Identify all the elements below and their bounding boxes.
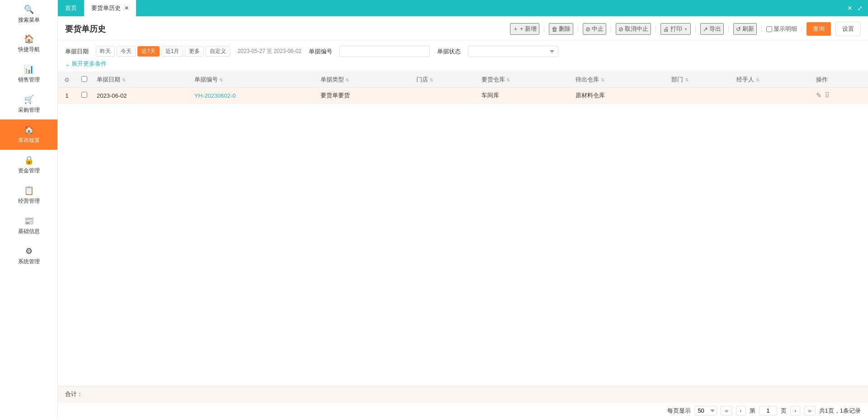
inventory-icon: 🏠 (24, 125, 34, 135)
row-pending-warehouse: 原材料仓库 (571, 88, 667, 104)
expand-more-btn[interactable]: ⌄ 展开更多条件 (65, 60, 861, 68)
sort-icon[interactable]: ⇅ (345, 77, 349, 82)
date-filter-buttons: 昨天 今天 近7天 近1月 更多 自定义 (96, 46, 230, 57)
new-icon: ＋ (513, 25, 519, 33)
finance-icon: 🔒 (24, 155, 34, 165)
sidebar-item-label: 系统管理 (18, 258, 40, 266)
date-range-display: 2023-05-27 至 2023-06-02 (237, 48, 301, 55)
system-icon: ⚙ (25, 246, 33, 256)
next-page-button[interactable]: › (790, 406, 800, 415)
prev-page-button[interactable]: ‹ (736, 406, 746, 415)
window-resize-icon[interactable]: ⤢ (857, 5, 863, 12)
th-department: 部门 ⇅ (667, 72, 732, 88)
row-store (412, 88, 477, 104)
th-settings: ⚙ (58, 72, 76, 88)
settings-button[interactable]: 设置 (835, 22, 861, 36)
row-select-checkbox[interactable] (81, 92, 87, 98)
sort-icon[interactable]: ⇅ (601, 77, 604, 82)
doc-no-input[interactable] (340, 46, 430, 57)
th-date: 单据日期 ⇅ (92, 72, 190, 88)
sidebar-item-sales[interactable]: 📊 销售管理 (0, 59, 57, 89)
sort-icon[interactable]: ⇅ (685, 77, 689, 82)
refresh-button[interactable]: ↺ 刷新 (733, 23, 757, 35)
th-handler: 经手人 ⇅ (732, 72, 811, 88)
tab-bar-right: ✕ ⤢ (847, 5, 868, 12)
window-close-icon[interactable]: ✕ (847, 5, 853, 12)
date-filter-label: 单据日期 (65, 48, 89, 56)
th-action: 操作 (811, 72, 868, 88)
sidebar-item-quick-nav[interactable]: 🏠 快捷导航 (0, 29, 57, 59)
gear-icon[interactable]: ⚙ (64, 76, 70, 83)
export-button[interactable]: ↗ 导出 (700, 23, 724, 35)
divider (695, 25, 696, 33)
date-btn-yesterday[interactable]: 昨天 (96, 46, 115, 57)
filter-row-1: 单据日期 昨天 今天 近7天 近1月 更多 自定义 2023-05-27 至 2… (65, 46, 861, 57)
th-doc-type: 单据类型 ⇅ (316, 72, 412, 88)
tab-close-icon[interactable]: ✕ (124, 5, 129, 11)
sort-icon[interactable]: ⇅ (122, 77, 126, 82)
last-page-button[interactable]: » (804, 406, 815, 415)
sidebar-item-label: 快捷导航 (18, 46, 40, 53)
date-btn-custom[interactable]: 自定义 (206, 46, 230, 57)
search-icon: 🔍 (24, 5, 34, 14)
basic-info-icon: 📰 (24, 216, 34, 226)
date-btn-7days[interactable]: 近7天 (137, 46, 160, 57)
stop-button[interactable]: ⊘ 中止 (583, 23, 606, 35)
new-button[interactable]: ＋ + 新增 (510, 23, 539, 35)
sidebar-item-basic-info[interactable]: 📰 基础信息 (0, 210, 57, 241)
select-all-checkbox[interactable] (81, 76, 87, 82)
th-checkbox (76, 72, 92, 88)
purchase-icon: 🛒 (24, 95, 34, 105)
show-detail-toggle[interactable]: 显示明细 (766, 25, 797, 33)
sidebar-item-purchase[interactable]: 🛒 采购管理 (0, 89, 57, 119)
first-page-button[interactable]: « (721, 406, 732, 415)
row-date: 2023-06-02 (92, 88, 190, 104)
divider (802, 25, 802, 33)
refresh-icon: ↺ (736, 26, 741, 33)
tab-history-label: 要货单历史 (91, 4, 121, 12)
page-size-select[interactable]: 10 20 50 100 (694, 406, 717, 415)
divider (761, 25, 762, 33)
sort-icon[interactable]: ⇅ (219, 77, 223, 82)
th-pending-warehouse: 待出仓库 ⇅ (571, 72, 667, 88)
show-detail-label: 显示明细 (774, 25, 797, 33)
more-icon[interactable]: ⠿ (825, 91, 830, 100)
sidebar-item-finance[interactable]: 🔒 资金管理 (0, 150, 57, 180)
sort-icon[interactable]: ⇅ (506, 77, 510, 82)
page-number-input[interactable] (759, 406, 777, 415)
tab-history[interactable]: 要货单历史 ✕ (84, 0, 136, 16)
action-icons: ✎ ⠿ (816, 91, 863, 100)
print-button[interactable]: 🖨 打印 ▼ (660, 23, 691, 35)
th-store: 门店 ⇅ (412, 72, 477, 88)
date-btn-today[interactable]: 今天 (117, 46, 136, 57)
data-table: ⚙ 单据日期 ⇅ 单据编号 ⇅ (58, 72, 868, 104)
doc-no-label: 单据编号 (309, 48, 332, 56)
sidebar-search[interactable]: 🔍 搜索菜单 (0, 0, 57, 29)
tab-bar: 首页 要货单历史 ✕ ✕ ⤢ (58, 0, 868, 16)
status-select[interactable] (468, 46, 558, 57)
status-label: 单据状态 (437, 48, 461, 56)
th-doc-no: 单据编号 ⇅ (190, 72, 316, 88)
date-btn-more[interactable]: 更多 (185, 46, 204, 57)
edit-icon[interactable]: ✎ (816, 91, 822, 100)
sales-icon: 📊 (24, 64, 34, 74)
doc-no-link[interactable]: YH-20230602-0 (194, 92, 236, 99)
tab-home[interactable]: 首页 (58, 0, 84, 16)
expand-icon: ⌄ (65, 61, 70, 67)
sidebar: 🔍 搜索菜单 🏠 快捷导航 📊 销售管理 🛒 采购管理 🏠 库存核算 🔒 资金管… (0, 0, 58, 419)
sort-icon[interactable]: ⇅ (429, 77, 433, 82)
operation-icon: 📋 (24, 186, 34, 195)
sidebar-item-operation[interactable]: 📋 经营管理 (0, 180, 57, 210)
delete-button[interactable]: 🗑 删除 (549, 23, 573, 35)
sidebar-search-label: 搜索菜单 (18, 16, 40, 24)
show-detail-checkbox[interactable] (766, 26, 772, 32)
sidebar-item-system[interactable]: ⚙ 系统管理 (0, 241, 57, 271)
divider (544, 25, 544, 33)
query-button[interactable]: 查询 (807, 22, 831, 36)
cancel-stop-button[interactable]: ⊘ 取消中止 (616, 23, 651, 35)
divider (578, 25, 578, 33)
sidebar-item-inventory[interactable]: 🏠 库存核算 (0, 119, 57, 150)
sidebar-item-label: 经营管理 (18, 197, 40, 205)
sort-icon[interactable]: ⇅ (756, 77, 760, 82)
date-btn-1month[interactable]: 近1月 (161, 46, 184, 57)
